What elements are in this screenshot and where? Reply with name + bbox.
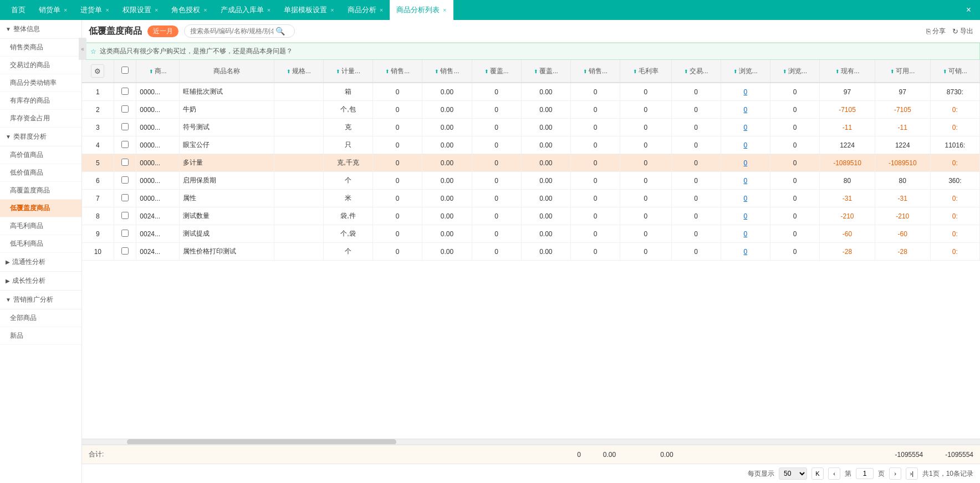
column-settings-icon[interactable]: ⚙	[91, 64, 104, 78]
horizontal-scrollbar[interactable]	[82, 439, 980, 444]
row-select-checkbox[interactable]	[121, 141, 129, 148]
col-profit[interactable]: ⬆毛利率	[620, 60, 671, 83]
row-checkbox[interactable]	[114, 154, 136, 172]
sidebar-item-new-goods[interactable]: 新品	[0, 327, 81, 345]
first-page-button[interactable]: K	[811, 467, 824, 480]
row-select-checkbox[interactable]	[121, 194, 129, 201]
row-browse1[interactable]: 0	[721, 83, 770, 101]
row-checkbox[interactable]	[114, 136, 136, 154]
row-browse1[interactable]: 0	[721, 136, 770, 154]
sidebar-item-high-profit[interactable]: 高毛利商品	[0, 217, 81, 235]
col-avail[interactable]: ⬆可用...	[875, 60, 930, 83]
sidebar-section-marketing[interactable]: ▼ 营销推广分析	[0, 291, 81, 309]
col-sale1[interactable]: ⬆销售...	[373, 60, 422, 83]
prev-page-button[interactable]: ‹	[828, 467, 840, 480]
nav-sales[interactable]: 销货单 ×	[32, 0, 74, 20]
row-browse1[interactable]: 0	[721, 172, 770, 190]
close-icon[interactable]: ×	[443, 0, 446, 20]
row-checkbox[interactable]	[114, 190, 136, 207]
page-number-input[interactable]	[856, 468, 874, 479]
row-checkbox[interactable]	[114, 83, 136, 101]
search-input[interactable]	[190, 27, 273, 35]
close-icon[interactable]: ×	[380, 0, 383, 20]
col-trade[interactable]: ⬆交易...	[671, 60, 721, 83]
row-checkbox[interactable]	[114, 119, 136, 136]
close-icon[interactable]: ×	[267, 0, 270, 20]
row-checkbox[interactable]	[114, 101, 136, 119]
sidebar-item-low-value[interactable]: 低价值商品	[0, 164, 81, 182]
col-name[interactable]: 商品名称	[180, 60, 274, 83]
col-checkbox[interactable]	[114, 60, 136, 83]
close-icon[interactable]: ×	[64, 0, 67, 20]
sidebar-section-cluster[interactable]: ▼ 类群度分析	[0, 128, 81, 146]
row-select-checkbox[interactable]	[121, 212, 129, 219]
row-select-checkbox[interactable]	[121, 123, 129, 130]
sidebar-item-inventory-fund[interactable]: 库存资金占用	[0, 110, 81, 128]
row-select-checkbox[interactable]	[121, 159, 129, 166]
col-sale3[interactable]: ⬆销售...	[570, 60, 620, 83]
nav-purchase[interactable]: 进货单 ×	[74, 0, 115, 20]
export-button[interactable]: ↻ 导出	[952, 27, 973, 36]
col-browse1[interactable]: ⬆浏览...	[721, 60, 770, 83]
col-cover1[interactable]: ⬆覆盖...	[472, 60, 521, 83]
sidebar-item-low-profit[interactable]: 低毛利商品	[0, 235, 81, 253]
select-all-checkbox[interactable]	[121, 67, 129, 74]
nav-home[interactable]: 首页	[4, 0, 32, 20]
col-sellable[interactable]: ⬆可销...	[930, 60, 979, 83]
col-spec[interactable]: ⬆规格...	[274, 60, 323, 83]
col-unit[interactable]: ⬆计量...	[323, 60, 372, 83]
sidebar-section-growth[interactable]: ▶ 成长性分析	[0, 272, 81, 291]
nav-product-analysis-list[interactable]: 商品分析列表 ×	[390, 0, 453, 20]
nav-template[interactable]: 单据模板设置 ×	[277, 0, 340, 20]
row-browse1[interactable]: 0	[721, 190, 770, 207]
nav-product-warehouse[interactable]: 产成品入库单 ×	[214, 0, 277, 20]
sidebar-section-overall[interactable]: ▼ 整体信息	[0, 20, 81, 39]
sidebar-item-low-coverage[interactable]: 低覆盖度商品	[0, 200, 81, 217]
close-icon[interactable]: ×	[330, 0, 334, 20]
row-checkbox[interactable]	[114, 225, 136, 243]
nav-permission[interactable]: 权限设置 ×	[116, 0, 165, 20]
sidebar-section-liquidity[interactable]: ▶ 流通性分析	[0, 253, 81, 272]
col-sale2[interactable]: ⬆销售...	[422, 60, 472, 83]
row-browse1[interactable]: 0	[721, 207, 770, 225]
row-select-checkbox[interactable]	[121, 88, 129, 95]
col-cover2[interactable]: ⬆覆盖...	[521, 60, 570, 83]
sidebar-item-sales-goods[interactable]: 销售类商品	[0, 39, 81, 57]
col-settings[interactable]: ⚙	[82, 60, 114, 83]
next-page-button[interactable]: ›	[889, 467, 901, 480]
row-checkbox[interactable]	[114, 172, 136, 190]
sidebar-item-high-value[interactable]: 高价值商品	[0, 146, 81, 164]
col-current[interactable]: ⬆现有...	[820, 60, 875, 83]
row-browse1[interactable]: 0	[721, 154, 770, 172]
row-select-checkbox[interactable]	[121, 230, 129, 237]
row-browse1[interactable]: 0	[721, 225, 770, 243]
close-all-tabs-button[interactable]: ×	[962, 5, 976, 15]
search-icon[interactable]: 🔍	[275, 27, 285, 35]
filter-period-button[interactable]: 近一月	[147, 26, 178, 37]
row-browse1[interactable]: 0	[721, 243, 770, 261]
row-select-checkbox[interactable]	[121, 105, 129, 113]
sidebar-item-traded-goods[interactable]: 交易过的商品	[0, 57, 81, 74]
page-size-select[interactable]: 50 100 200	[779, 467, 807, 480]
sidebar-item-category-rate[interactable]: 商品分类动销率	[0, 74, 81, 92]
share-button[interactable]: ⎘ 分享	[926, 27, 946, 36]
col-code[interactable]: ⬆商...	[136, 60, 180, 83]
row-checkbox[interactable]	[114, 207, 136, 225]
col-browse2[interactable]: ⬆浏览...	[770, 60, 819, 83]
close-icon[interactable]: ×	[105, 0, 109, 20]
row-select-checkbox[interactable]	[121, 176, 129, 184]
nav-product-analysis[interactable]: 商品分析 ×	[341, 0, 390, 20]
table-row: 4 0000... 眼宝公仔 只 0 0.00 0 0.00 0 0 0 0 0…	[82, 136, 980, 154]
row-browse1[interactable]: 0	[721, 119, 770, 136]
sidebar-item-high-coverage[interactable]: 高覆盖度商品	[0, 182, 81, 200]
close-icon[interactable]: ×	[203, 0, 207, 20]
close-icon[interactable]: ×	[155, 0, 158, 20]
row-checkbox[interactable]	[114, 243, 136, 261]
row-select-checkbox[interactable]	[121, 247, 129, 255]
sidebar-collapse-button[interactable]: «	[79, 38, 86, 60]
nav-role[interactable]: 角色授权 ×	[165, 0, 213, 20]
sidebar-item-in-stock[interactable]: 有库存的商品	[0, 92, 81, 110]
row-browse1[interactable]: 0	[721, 101, 770, 119]
sidebar-item-all-goods[interactable]: 全部商品	[0, 309, 81, 327]
last-page-button[interactable]: ›|	[906, 467, 918, 480]
